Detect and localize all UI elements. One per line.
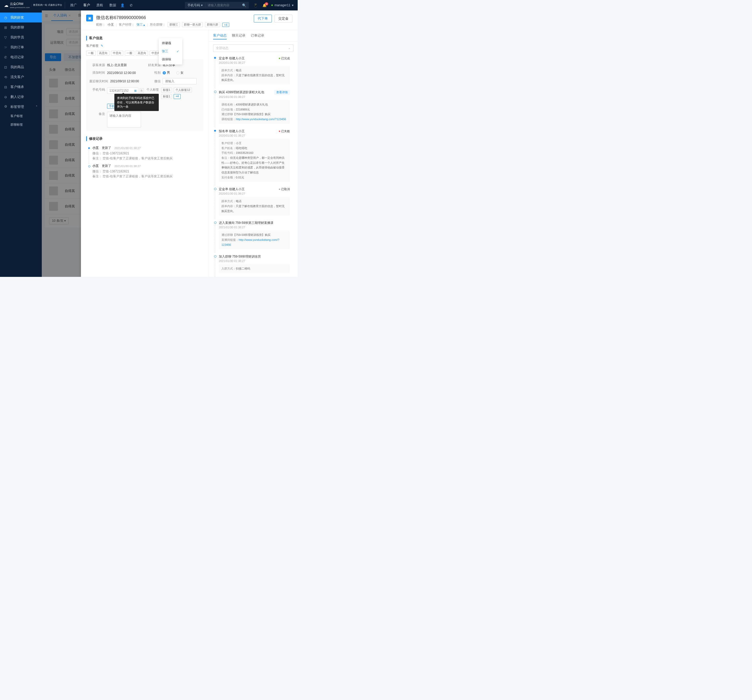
panel-left: 客户信息 客户标签✎ 一般高意向中意向一般高意向中意向+4 获客来源线上-北京昱… <box>81 30 209 277</box>
logo-sub: 教育机构一站 式服务云平台 <box>31 4 62 6</box>
drawer-title: 微信名称6789990000966 <box>96 15 251 21</box>
expand-icon[interactable]: ⊞ <box>134 89 137 92</box>
search-type-select[interactable]: 手机号码▾ <box>185 3 205 8</box>
remark-textarea[interactable] <box>107 112 141 128</box>
tags-label: 客户标签 <box>86 44 99 48</box>
chevron-up-icon: ˄ <box>36 105 37 109</box>
wechat-icon: ▣ <box>86 15 93 22</box>
cloud-icon: ☁ <box>4 3 8 8</box>
gender-female-radio[interactable]: 女 <box>176 70 183 75</box>
timeline-item: 购买 4399理财课进阶课程大礼包查看详情2021/01/30 01:38:27… <box>213 88 294 128</box>
group-pill[interactable]: 群聊一群大群 <box>182 22 203 27</box>
change-item: 小王更新了2021/01/30 01:38:27微信： 空值-136721828… <box>86 144 204 162</box>
order-button[interactable]: 代下单 <box>254 15 272 22</box>
manager-dropdown-menu: 师馨薇 张三✓ 俱保咏 <box>159 38 182 65</box>
tag-pill[interactable]: 一般 <box>86 51 96 56</box>
sidebar-item-inherit[interactable]: ⊟客户继承 <box>0 82 42 92</box>
link[interactable]: http://www.yunduoketang.com/?123456 <box>236 118 286 121</box>
topbar: ☁ 云朵CRM www.yunduocrm.com 教育机构一站 式服务云平台 … <box>0 0 298 11</box>
groups-label: 所在群聊： <box>150 22 166 27</box>
sidebar-item-friends[interactable]: ◷我的好友 <box>0 12 42 22</box>
badge-count: 5 <box>265 2 268 5</box>
chevron-up-icon: ▴ <box>143 23 145 26</box>
nav-promo[interactable]: 推广 <box>70 3 77 8</box>
phone-icon[interactable]: ✆ <box>130 3 133 7</box>
search-input[interactable] <box>205 3 239 7</box>
sec-changes: 修改记录 <box>86 136 204 141</box>
timeline-item: 定金单 创建人小王已完成2020/01/30 01:38:27跟单方式：电话跟单… <box>213 54 294 88</box>
bell-icon[interactable]: 🔔5 <box>263 3 267 7</box>
clock-icon: ◷ <box>4 16 8 20</box>
user-icon[interactable]: 👤 <box>120 3 124 7</box>
timeline-item: 进入直播间 759-59班第三期理财直播课2021/01/30 01:38:27… <box>213 219 294 253</box>
chevron-down-icon: ▾ <box>201 3 203 7</box>
sidebar-item-delete[interactable]: ⊖删人记录 <box>0 92 42 102</box>
dd-item[interactable]: 俱保咏 <box>159 55 182 64</box>
sidebar-sub-group-tags[interactable]: 群聊标签 <box>0 120 42 129</box>
sidebar: ◷我的好友 ⊞我的群聊 ▽我的学员 ☞我的订单 ✆电话记录 ⊡我的商品 ⟲流失客… <box>0 11 42 277</box>
panel-right: 客户动态 聊天记录 订单记录 全部动态⌄ 定金单 创建人小王已完成2020/01… <box>209 30 298 277</box>
sec-customer-info: 客户信息 <box>86 36 204 40</box>
groups-more[interactable]: +4 <box>222 23 229 27</box>
search: 手机号码▾ 🔍 <box>185 2 249 9</box>
sidebar-item-groups[interactable]: ⊞我的群聊 <box>0 22 42 33</box>
tag-pill[interactable]: 高意向 <box>136 51 148 56</box>
change-item: 小王更新了2021/01/30 01:38:27微信： 空值-136721828… <box>86 162 204 180</box>
tag-pill[interactable]: 一般 <box>125 51 134 56</box>
sidebar-item-lost[interactable]: ⟲流失客户 <box>0 72 42 82</box>
top-nav: 推广 客户 质检 数据 <box>70 3 116 8</box>
chevron-down-icon: ▾ <box>292 3 294 7</box>
dd-item[interactable]: 师馨薇 <box>159 39 182 47</box>
nav-customer[interactable]: 客户 <box>83 3 90 8</box>
manager-dropdown[interactable]: 张三▴ <box>137 22 145 27</box>
timeline-item: 报名单 创建人小王已失败2020/01/30 01:38:27客户经理：小王客户… <box>213 128 294 186</box>
group-pill[interactable]: 群聊六群 <box>205 22 220 27</box>
activity-filter-select[interactable]: 全部动态⌄ <box>213 44 294 52</box>
nick-label: 昵称： <box>96 22 106 27</box>
search-icon[interactable]: 🔍 <box>239 3 249 7</box>
chevron-down-icon: ⌄ <box>288 46 291 50</box>
mgr-label: 客户经理： <box>119 22 134 27</box>
sidebar-item-calls[interactable]: ✆电话记录 <box>0 52 42 62</box>
view-detail-button[interactable]: 查看详情 <box>274 90 290 95</box>
logo-text: 云朵CRM <box>10 2 30 6</box>
sidebar-item-students[interactable]: ▽我的学员 <box>0 33 42 42</box>
rtab-activity[interactable]: 客户动态 <box>213 32 227 39</box>
main: ☰ 个人活码✕ 我 项目请选择 运营期次请选择 导出 不加密导出 头像微信名 自… <box>42 11 298 277</box>
group-pill[interactable]: 群聊三 <box>168 22 180 27</box>
wechat-input[interactable] <box>163 78 197 84</box>
sidebar-sub-customer-tags[interactable]: 客户标签 <box>0 112 42 120</box>
deposit-button[interactable]: 交定金 <box>274 15 292 22</box>
user-menu[interactable]: manager11 ▾ <box>271 3 294 7</box>
tag-pill[interactable]: 中意向 <box>111 51 123 56</box>
logo: ☁ 云朵CRM www.yunduocrm.com 教育机构一站 式服务云平台 <box>4 2 65 9</box>
timeline-item: 定金单 创建人小王已取消2020/01/30 01:38:27跟单方式：电话跟单… <box>213 185 294 219</box>
nick-value: 小王 <box>107 22 114 27</box>
gender-male-radio[interactable]: 男 <box>163 70 170 75</box>
nav-qc[interactable]: 质检 <box>96 3 103 8</box>
sidebar-item-orders[interactable]: ☞我的订单 <box>0 42 42 52</box>
sidebar-item-tags[interactable]: ⚙标签管理˄ <box>0 102 42 112</box>
timeline-item: 加入群聊 759-59班理财训练营2021/01/30 01:38:27入群方式… <box>213 253 294 277</box>
edit-icon[interactable]: ✎ <box>101 44 103 48</box>
status-dot-icon <box>271 5 273 6</box>
copy-icon[interactable]: ⎘ <box>140 88 144 93</box>
dd-item[interactable]: 张三✓ <box>159 47 182 55</box>
check-icon: ✓ <box>177 50 179 53</box>
rtab-orders[interactable]: 订单记录 <box>251 32 264 39</box>
username: manager11 <box>274 3 291 7</box>
customer-drawer: ▣ 微信名称6789990000966 昵称：小王 | 客户经理： 张三▴ | … <box>81 11 298 277</box>
phone-tooltip: 查询到此手机号码在系统中已存在，可以将两条客户数据合并为一条 <box>114 94 159 111</box>
mobile-icon[interactable]: 📱 <box>253 3 258 7</box>
sidebar-item-goods[interactable]: ⊡我的商品 <box>0 62 42 72</box>
tag-pill[interactable]: 高意向 <box>97 51 109 56</box>
nav-data[interactable]: 数据 <box>109 3 116 8</box>
rtab-chat[interactable]: 聊天记录 <box>232 32 245 39</box>
